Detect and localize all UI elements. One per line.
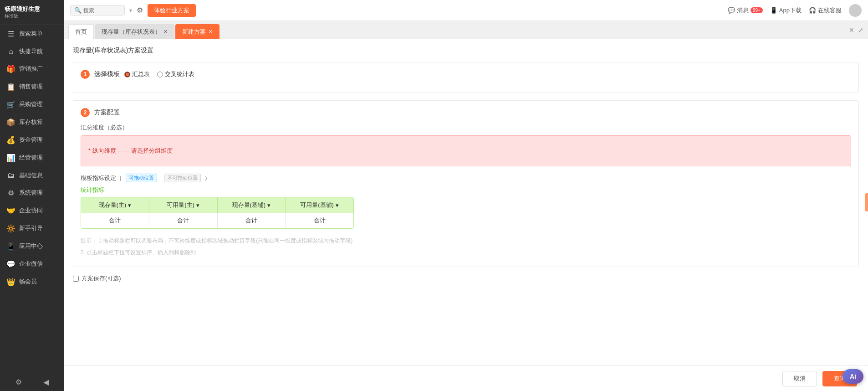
sidebar-item-marketing[interactable]: 🎁 营销推广 bbox=[0, 60, 64, 78]
basic-info-icon: 🗂 bbox=[6, 171, 15, 180]
member-icon: 👑 bbox=[6, 278, 15, 286]
sidebar-item-operations[interactable]: 📊 经营管理 bbox=[0, 149, 64, 167]
sidebar-item-quick-nav[interactable]: ⌂ 快捷导航 bbox=[0, 43, 64, 60]
gift-icon: 🎁 bbox=[6, 65, 15, 73]
sidebar-item-enterprise[interactable]: 🤝 企业协同 bbox=[0, 202, 64, 220]
sidebar-item-label: 企业协同 bbox=[19, 206, 43, 215]
stats-table-header: 现存量(主) ▾ 可用量(主) ▾ 现存量(基辅) ▾ 可用量(基辅) ▾ bbox=[81, 197, 353, 213]
sidebar-item-label: 系统管理 bbox=[19, 189, 43, 197]
app-tag: 标准版 bbox=[5, 13, 59, 19]
dimension-label: 汇总维度（必选） bbox=[81, 123, 851, 132]
sidebar-item-basic-info[interactable]: 🗂 基础信息 bbox=[0, 167, 64, 184]
col-header-0[interactable]: 现存量(主) ▾ bbox=[81, 197, 149, 213]
tab-close-all-icon[interactable]: ✕ bbox=[849, 26, 854, 34]
sidebar-item-label: 资金管理 bbox=[19, 136, 43, 144]
ai-button[interactable]: Ai bbox=[842, 369, 863, 384]
sidebar-item-inventory[interactable]: 📦 库存核算 bbox=[0, 113, 64, 131]
stats-label: 统计指标 bbox=[81, 186, 851, 194]
col-body-2: 合计 bbox=[218, 213, 286, 228]
tab-inventory-status[interactable]: 现存量（库存状况表） ✕ bbox=[95, 24, 174, 39]
enterprise-icon: 🤝 bbox=[6, 206, 15, 215]
page-title: 现存量(库存状况表)方案设置 bbox=[73, 46, 859, 55]
cancel-button[interactable]: 取消 bbox=[782, 371, 817, 386]
summary-radio[interactable] bbox=[124, 72, 130, 77]
sidebar-item-label: 采购管理 bbox=[19, 100, 43, 108]
topbar-dropdown-icon[interactable]: ▾ bbox=[129, 7, 132, 14]
topbar-right: 💬 消息 99+ 📱 App下载 🎧 在线客服 bbox=[728, 4, 862, 17]
user-avatar[interactable] bbox=[849, 4, 862, 17]
content-area: 现存量(库存状况表)方案设置 1 选择模板 汇总表 交叉统计表 bbox=[64, 39, 868, 365]
col-label-1: 可用量(主) bbox=[167, 201, 194, 209]
col-header-3[interactable]: 可用量(基辅) ▾ bbox=[286, 197, 353, 213]
draggable-badge: 可拖动位置 bbox=[126, 174, 157, 182]
sidebar-item-label: 快捷导航 bbox=[19, 47, 43, 56]
cross-radio-item[interactable]: 交叉统计表 bbox=[157, 70, 194, 78]
sidebar-item-label: 新手引导 bbox=[19, 224, 43, 232]
operations-icon: 📊 bbox=[6, 154, 15, 162]
headset-icon: 🎧 bbox=[809, 7, 816, 14]
template-radio-group: 汇总表 交叉统计表 bbox=[124, 70, 194, 78]
sidebar-item-sales[interactable]: 📋 销售管理 bbox=[0, 78, 64, 96]
col-header-1[interactable]: 可用量(主) ▾ bbox=[149, 197, 218, 213]
message-icon: 💬 bbox=[728, 7, 735, 14]
tab-inventory-close-icon[interactable]: ✕ bbox=[163, 29, 168, 35]
tab-expand-icon[interactable]: ⤢ bbox=[858, 26, 863, 34]
tab-home[interactable]: 首页 bbox=[68, 24, 94, 39]
summary-radio-item[interactable]: 汇总表 bbox=[124, 70, 150, 78]
step1-header: 1 选择模板 汇总表 交叉统计表 bbox=[81, 70, 851, 79]
indicator-label: 模板指标设定（ 可拖动位置 不可拖动位置 ） bbox=[81, 174, 851, 182]
tab-inventory-label: 现存量（库存状况表） bbox=[102, 28, 161, 36]
resize-handle[interactable] bbox=[865, 193, 868, 211]
col-dropdown-2[interactable]: ▾ bbox=[267, 202, 271, 209]
tabbar-actions: ✕ ⤢ bbox=[849, 26, 863, 34]
col-body-3: 合计 bbox=[286, 213, 353, 228]
dimension-box[interactable]: * 纵向维度 —— 请选择分组维度 bbox=[81, 135, 851, 166]
sidebar: 畅康通好生意 标准版 ☰ 搜索菜单 ⌂ 快捷导航 🎁 营销推广 📋 销售管理 🛒… bbox=[0, 0, 64, 391]
save-option[interactable]: 方案保存(可选) bbox=[73, 274, 859, 283]
messages-item[interactable]: 💬 消息 99+ bbox=[728, 6, 763, 15]
step2-header: 2 方案配置 bbox=[81, 108, 851, 117]
indicator-label-text: 模板指标设定（ bbox=[81, 174, 122, 182]
sidebar-item-label: 搜索菜单 bbox=[19, 30, 43, 38]
sidebar-item-member[interactable]: 👑 畅会员 bbox=[0, 273, 64, 291]
sidebar-item-label: 应用中心 bbox=[19, 242, 43, 250]
stats-table: 现存量(主) ▾ 可用量(主) ▾ 现存量(基辅) ▾ 可用量(基辅) ▾ bbox=[81, 197, 354, 229]
col-dropdown-1[interactable]: ▾ bbox=[196, 202, 199, 209]
collapse-icon[interactable]: ◀ bbox=[43, 378, 49, 386]
search-menu-icon: ☰ bbox=[6, 30, 15, 38]
summary-radio-label: 汇总表 bbox=[132, 70, 150, 78]
col-dropdown-3[interactable]: ▾ bbox=[336, 202, 339, 209]
sidebar-item-wechat[interactable]: 💬 企业微信 bbox=[0, 255, 64, 273]
sidebar-item-system[interactable]: ⚙ 系统管理 bbox=[0, 184, 64, 202]
inventory-icon: 📦 bbox=[6, 118, 15, 127]
app-download-item[interactable]: 📱 App下载 bbox=[770, 6, 802, 15]
industry-solution-button[interactable]: 体验行业方案 bbox=[148, 4, 196, 17]
save-checkbox[interactable] bbox=[73, 276, 79, 282]
col-dropdown-0[interactable]: ▾ bbox=[128, 202, 131, 209]
online-service-item[interactable]: 🎧 在线客服 bbox=[809, 6, 842, 15]
mobile-icon: 📱 bbox=[770, 7, 777, 14]
settings-icon[interactable]: ⚙ bbox=[15, 378, 22, 386]
sidebar-item-purchase[interactable]: 🛒 采购管理 bbox=[0, 96, 64, 113]
wechat-icon: 💬 bbox=[6, 260, 15, 268]
non-draggable-badge: 不可拖动位置 bbox=[164, 174, 201, 182]
stats-table-body: 合计 合计 合计 合计 bbox=[81, 213, 353, 228]
tips-section: 提示： 1.拖动标题栏可以调整布局，不可跨维度或指标区域拖动栏目字段(只能在同一… bbox=[81, 236, 851, 257]
topbar-search-box[interactable]: 🔍 bbox=[70, 5, 125, 15]
sidebar-item-label: 畅会员 bbox=[19, 278, 37, 286]
sidebar-item-guide[interactable]: 🔆 新手引导 bbox=[0, 220, 64, 237]
topbar: 🔍 ▾ ⚙ 体验行业方案 💬 消息 99+ 📱 App下载 🎧 在线客服 bbox=[64, 0, 868, 21]
col-body-1: 合计 bbox=[149, 213, 218, 228]
topbar-gear-icon[interactable]: ⚙ bbox=[137, 6, 143, 15]
col-body-0: 合计 bbox=[81, 213, 149, 228]
sidebar-item-search-menu[interactable]: ☰ 搜索菜单 bbox=[0, 25, 64, 43]
cross-radio[interactable] bbox=[157, 72, 163, 77]
step2-badge: 2 bbox=[81, 108, 90, 117]
tab-new-plan-close-icon[interactable]: ✕ bbox=[209, 29, 213, 35]
tab-new-plan[interactable]: 新建方案 ✕ bbox=[175, 24, 220, 39]
search-input[interactable] bbox=[83, 7, 120, 14]
sidebar-item-app-center[interactable]: 📱 应用中心 bbox=[0, 237, 64, 255]
messages-label: 消息 bbox=[737, 6, 749, 15]
col-header-2[interactable]: 现存量(基辅) ▾ bbox=[218, 197, 286, 213]
sidebar-item-finance[interactable]: 💰 资金管理 bbox=[0, 131, 64, 149]
